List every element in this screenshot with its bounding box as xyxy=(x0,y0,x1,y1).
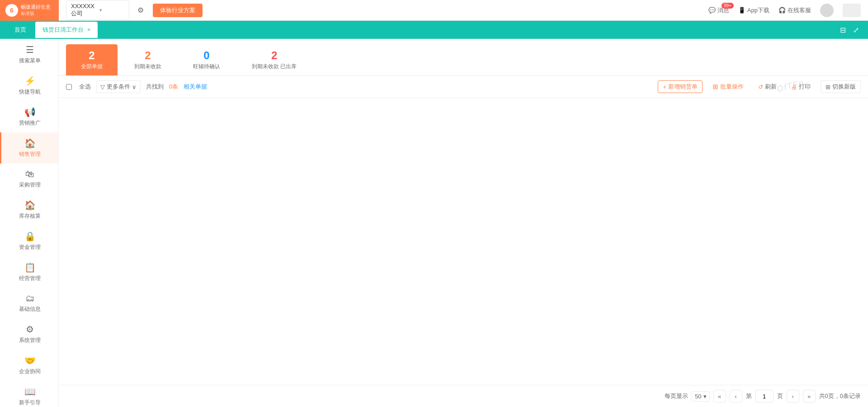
service-icon: 🎧 xyxy=(778,7,786,14)
app-download-label: App下载 xyxy=(747,6,769,14)
switch-icon: ⊞ xyxy=(826,84,830,90)
add-sales-btn[interactable]: + 新增销货单 xyxy=(658,80,703,93)
sidebar-item-inventory[interactable]: 🏠 库存核算 xyxy=(0,194,58,225)
message-badge: 99+ xyxy=(722,3,734,9)
prev-page-btn[interactable]: ‹ xyxy=(730,390,742,402)
filter-btn[interactable]: ▽ 更多条件 ∨ xyxy=(96,80,141,93)
filter-label: 更多条件 xyxy=(107,83,130,91)
sidebar-label-purchase: 采购管理 xyxy=(19,181,41,189)
tab-active[interactable]: 钱货日清工作台 × xyxy=(35,22,98,38)
stat-tab-wangpu[interactable]: 0 旺辅待确认 xyxy=(178,44,235,75)
page-size-arrow: ▾ xyxy=(703,393,707,400)
sidebar-label-operations: 经营管理 xyxy=(19,275,41,282)
sidebar-item-purchase[interactable]: 🛍 采购管理 xyxy=(0,164,58,194)
sidebar-item-quick-nav[interactable]: ⚡ 快捷导航 xyxy=(0,70,58,101)
sidebar-item-search-menu[interactable]: ☰ 搜索菜单 xyxy=(0,39,58,70)
page-input[interactable] xyxy=(755,390,774,402)
stat-tab-overdue[interactable]: 2 到期未收款 xyxy=(119,44,176,75)
marketing-icon: 📢 xyxy=(24,107,36,117)
nav-tabs: 首页 钱货日清工作台 × ⊟ ⤢ xyxy=(0,21,868,39)
select-all-checkbox[interactable] xyxy=(66,84,72,90)
stat-num-wangpu: 0 xyxy=(203,49,209,62)
related-link[interactable]: 相关单据 xyxy=(184,83,207,91)
company-dropdown-arrow: ▾ xyxy=(99,7,124,13)
top-header: 6 畅捷通好生意 标准版 XXXXXX公司 ▾ ⚙ 体验行业方案 💬 消息 99… xyxy=(0,0,868,21)
filter-icon: ▽ xyxy=(100,84,105,90)
logo-name: 畅捷通好生意 xyxy=(21,4,51,10)
sidebar-item-system[interactable]: ⚙ 系统管理 xyxy=(0,318,58,350)
tab-home-label: 首页 xyxy=(14,26,26,34)
sidebar-item-sales[interactable]: 🏠 销售管理 xyxy=(0,132,58,164)
stat-num-all: 2 xyxy=(89,49,94,62)
message-icon: 💬 xyxy=(708,7,716,14)
switch-label: 切换新版 xyxy=(832,83,856,91)
sidebar-label-system: 系统管理 xyxy=(19,337,41,344)
online-service-item[interactable]: 🎧 在线客服 xyxy=(778,6,811,14)
print-icon: 🖨 xyxy=(791,84,797,90)
settings-icon[interactable]: ⚙ xyxy=(134,4,147,17)
tab-home[interactable]: 首页 xyxy=(7,22,33,38)
app-download-item[interactable]: 📱 App下载 xyxy=(738,6,769,14)
nav-expand-btn[interactable]: ⤢ xyxy=(851,24,861,36)
main-layout: ☰ 搜索菜单 ⚡ 快捷导航 📢 营销推广 🏠 销售管理 🛍 采购管理 🏠 库存核… xyxy=(0,39,868,407)
sidebar-label-beginner: 新手引导 xyxy=(19,399,41,407)
refresh-label: 刷新 xyxy=(765,83,777,91)
stat-num-overdue-shipped: 2 xyxy=(271,49,277,62)
first-page-icon: « xyxy=(718,393,721,400)
first-page-btn[interactable]: « xyxy=(713,390,726,402)
sidebar-label-search-menu: 搜索菜单 xyxy=(19,57,41,65)
refresh-icon: ↺ xyxy=(758,84,763,90)
stats-tabs: 2 全部单据 2 到期未收款 0 旺辅待确认 2 到期未收款 已出库 xyxy=(59,39,868,76)
page-suffix: 页 xyxy=(777,392,783,400)
company-selector[interactable]: XXXXXX公司 ▾ xyxy=(66,0,129,20)
sales-icon: 🏠 xyxy=(24,138,36,149)
batch-operation-btn[interactable]: ⊞ 批量操作 xyxy=(708,81,748,93)
sidebar-item-operations[interactable]: 📋 经营管理 xyxy=(0,257,58,288)
page-size-select[interactable]: 50 ▾ xyxy=(692,391,709,402)
sidebar-label-cooperation: 企业协同 xyxy=(19,368,41,375)
stat-tab-overdue-shipped[interactable]: 2 到期未收款 已出库 xyxy=(237,44,311,75)
last-page-btn[interactable]: » xyxy=(803,390,816,402)
tab-close-icon[interactable]: × xyxy=(87,27,90,33)
stat-label-overdue-shipped: 到期未收款 已出库 xyxy=(252,63,297,70)
found-count: 0条 xyxy=(169,83,178,91)
last-page-icon: » xyxy=(807,393,811,400)
batch-label: 批量操作 xyxy=(720,83,744,91)
message-item[interactable]: 💬 消息 99+ xyxy=(708,6,729,14)
switch-new-version-btn[interactable]: ⊞ 切换新版 xyxy=(821,80,861,93)
logo-text-block: 畅捷通好生意 标准版 xyxy=(21,4,51,16)
nav-minimize-btn[interactable]: ⊟ xyxy=(838,24,848,36)
experience-btn[interactable]: 体验行业方案 xyxy=(153,4,203,17)
filter-arrow-icon: ∨ xyxy=(132,84,137,90)
sidebar-item-finance[interactable]: 🔒 资金管理 xyxy=(0,225,58,257)
sidebar-label-quick-nav: 快捷导航 xyxy=(19,88,41,96)
stat-label-all: 全部单据 xyxy=(81,63,103,70)
sidebar-item-basic-info[interactable]: 🗂 基础信息 xyxy=(0,288,58,318)
sidebar-item-beginner[interactable]: 📖 新手引导 xyxy=(0,381,58,407)
sidebar-label-sales: 销售管理 xyxy=(19,150,41,158)
next-page-btn[interactable]: › xyxy=(787,390,799,402)
refresh-btn[interactable]: ↺ 刷新 xyxy=(754,81,781,93)
sidebar-item-marketing[interactable]: 📢 营销推广 xyxy=(0,101,58,132)
search-menu-icon: ☰ xyxy=(26,44,34,55)
finance-icon: 🔒 xyxy=(24,231,36,242)
print-btn[interactable]: 🖨 打印 xyxy=(787,81,815,93)
user-avatar[interactable] xyxy=(820,4,834,17)
print-label: 打印 xyxy=(799,83,811,91)
inventory-icon: 🏠 xyxy=(24,200,36,211)
online-service-label: 在线客服 xyxy=(788,6,811,14)
sidebar-label-basic-info: 基础信息 xyxy=(19,305,41,313)
add-sales-label: 新增销货单 xyxy=(668,83,698,91)
batch-icon: ⊞ xyxy=(712,83,718,91)
tab-active-label: 钱货日清工作台 xyxy=(42,26,84,34)
sidebar-label-inventory: 库存核算 xyxy=(19,212,41,220)
user-info[interactable] xyxy=(843,4,861,17)
toolbar: 全选 ▽ 更多条件 ∨ 共找到 0条 相关单据 + 新增销货单 ⊞ 批量操作 xyxy=(59,76,868,98)
pagination: 每页显示 50 ▾ « ‹ 第 页 › » 共0页，0条记录 xyxy=(59,385,868,407)
sidebar-item-cooperation[interactable]: 🤝 企业协同 xyxy=(0,350,58,381)
stat-tab-all[interactable]: 2 全部单据 xyxy=(66,44,118,75)
operations-icon: 📋 xyxy=(24,262,36,273)
header-right: 💬 消息 99+ 📱 App下载 🎧 在线客服 xyxy=(708,4,861,17)
cooperation-icon: 🤝 xyxy=(24,355,36,366)
empty-area xyxy=(59,98,868,385)
